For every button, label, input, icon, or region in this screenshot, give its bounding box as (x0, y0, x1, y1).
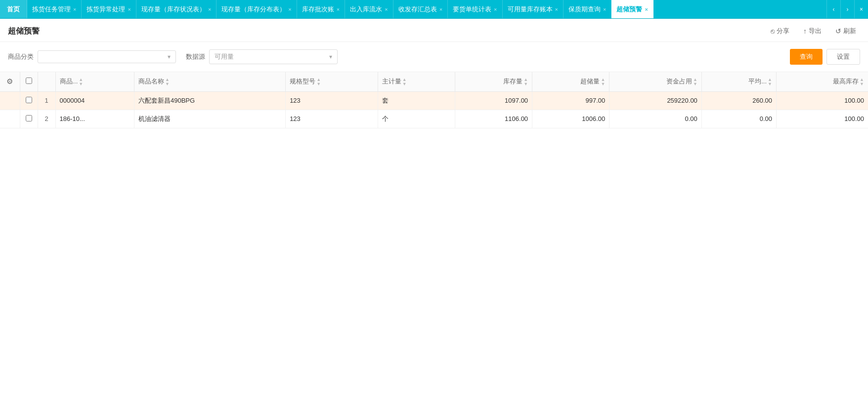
nav-tab[interactable]: 保质期查询× (564, 0, 611, 18)
row-max-stock: 100.00 (777, 91, 868, 110)
tab-close-btn[interactable]: × (128, 6, 130, 12)
col-unit[interactable]: 主计量▲▼ (378, 72, 455, 91)
row-index: 2 (38, 110, 55, 128)
tab-close-btn[interactable]: × (555, 6, 558, 12)
row-spec: 123 (286, 110, 378, 128)
row-product-code: 186-10... (55, 110, 134, 128)
tab-close-btn[interactable]: × (494, 6, 497, 12)
nav-tab[interactable]: 要货单统计表× (448, 0, 502, 18)
col-index (38, 72, 55, 91)
row-unit: 套 (378, 91, 455, 110)
col-product-name[interactable]: 商品名称▲▼ (134, 72, 285, 91)
datasource-dropdown-icon: ▾ (329, 53, 332, 60)
col-avg[interactable]: 平均...▲▼ (701, 72, 776, 91)
row-product-code: 0000004 (55, 91, 134, 110)
col-max-stock[interactable]: 最高库存▲▼ (777, 72, 868, 91)
row-max-stock: 100.00 (777, 110, 868, 128)
data-table: ⚙ 商品...▲▼ 商品名称▲▼ 规格型号▲▼ (0, 72, 868, 128)
share-button[interactable]: ⎋ 分享 (767, 25, 793, 38)
col-product-code[interactable]: 商品...▲▼ (55, 72, 134, 91)
table-header: ⚙ 商品...▲▼ 商品名称▲▼ 规格型号▲▼ (0, 72, 868, 91)
row-stock: 1106.00 (455, 110, 532, 128)
row-product-name: 六配套新昌490BPG (134, 91, 285, 110)
nav-close-arrow[interactable]: × (854, 0, 868, 18)
nav-tab[interactable]: 库存批次账× (297, 0, 345, 18)
col-stock[interactable]: 库存量▲▼ (455, 72, 532, 91)
nav-left-arrow[interactable]: ‹ (826, 0, 840, 18)
nav-right-arrow[interactable]: › (840, 0, 854, 18)
row-spec: 123 (286, 91, 378, 110)
row-avg: 0.00 (701, 110, 776, 128)
row-over-stock: 997.00 (532, 91, 609, 110)
table-row: 1 0000004 六配套新昌490BPG 123 套 1097.00 997.… (0, 91, 868, 110)
filter-area: 商品分类 ▾ 数据源 可用量 ▾ 查询 设置 (0, 42, 868, 72)
nav-tab[interactable]: 拣货异常处理× (82, 0, 136, 18)
tab-close-btn[interactable]: × (208, 6, 211, 12)
datasource-label: 数据源 (186, 52, 205, 61)
category-dropdown-icon: ▾ (168, 53, 171, 60)
nav-tab[interactable]: 超储预警× (611, 0, 653, 18)
gear-settings-icon[interactable]: ⚙ (6, 77, 13, 85)
category-label: 商品分类 (8, 52, 34, 61)
filter-buttons: 查询 设置 (790, 49, 860, 65)
row-capital: 0.00 (609, 110, 702, 128)
filter-category-group: 商品分类 ▾ (8, 50, 176, 63)
nav-tab[interactable]: 收发存汇总表× (393, 0, 448, 18)
nav-arrows: ‹ › × (826, 0, 868, 18)
row-check-cell (20, 91, 38, 110)
nav-tab[interactable]: 出入库流水× (345, 0, 393, 18)
tab-close-btn[interactable]: × (288, 6, 291, 12)
col-gear: ⚙ (0, 72, 20, 91)
page-title: 超储预警 (8, 26, 40, 37)
row-capital: 259220.00 (609, 91, 702, 110)
export-button[interactable]: ↑ 导出 (799, 25, 825, 38)
datasource-value: 可用量 (215, 52, 234, 61)
page-content: 超储预警 ⎋ 分享 ↑ 导出 ↺ 刷新 商品分类 ▾ 数据源 (0, 19, 868, 395)
table-body: 1 0000004 六配套新昌490BPG 123 套 1097.00 997.… (0, 91, 868, 128)
share-icon: ⎋ (771, 27, 775, 35)
nav-tab[interactable]: 拣货任务管理× (27, 0, 82, 18)
tab-close-btn[interactable]: × (385, 6, 388, 12)
tab-close-btn[interactable]: × (337, 6, 340, 12)
tab-close-btn[interactable]: × (73, 6, 76, 12)
refresh-icon: ↺ (835, 27, 841, 35)
row-gear-cell (0, 110, 20, 128)
col-spec[interactable]: 规格型号▲▼ (286, 72, 378, 91)
datasource-select[interactable]: 可用量 ▾ (209, 49, 338, 64)
select-all-checkbox[interactable] (26, 78, 32, 84)
category-select[interactable]: ▾ (38, 50, 176, 63)
col-check (20, 72, 38, 91)
header-actions: ⎋ 分享 ↑ 导出 ↺ 刷新 (767, 25, 860, 38)
row-stock: 1097.00 (455, 91, 532, 110)
refresh-button[interactable]: ↺ 刷新 (831, 25, 860, 38)
row-check-cell (20, 110, 38, 128)
row-gear-cell (0, 91, 20, 110)
row-unit: 个 (378, 110, 455, 128)
row-checkbox[interactable] (26, 97, 32, 103)
settings-button[interactable]: 设置 (826, 49, 860, 65)
nav-tab[interactable]: 可用量库存账本× (503, 0, 564, 18)
table-container: ⚙ 商品...▲▼ 商品名称▲▼ 规格型号▲▼ (0, 72, 868, 128)
filter-datasource-group: 数据源 可用量 ▾ (186, 49, 338, 64)
row-over-stock: 1006.00 (532, 110, 609, 128)
row-avg: 260.00 (701, 91, 776, 110)
nav-tab[interactable]: 现存量（库存分布表）× (217, 0, 297, 18)
row-checkbox[interactable] (26, 115, 32, 121)
col-over-stock[interactable]: 超储量▲▼ (532, 72, 609, 91)
export-icon: ↑ (803, 27, 807, 35)
tab-close-btn[interactable]: × (603, 6, 606, 12)
nav-tab[interactable]: 现存量（库存状况表）× (136, 0, 217, 18)
top-navigation: 首页 拣货任务管理×拣货异常处理×现存量（库存状况表）×现存量（库存分布表）×库… (0, 0, 868, 19)
row-product-name: 机油滤清器 (134, 110, 285, 128)
table-row: 2 186-10... 机油滤清器 123 个 1106.00 1006.00 … (0, 110, 868, 128)
row-index: 1 (38, 91, 55, 110)
nav-home[interactable]: 首页 (0, 0, 27, 18)
page-header: 超储预警 ⎋ 分享 ↑ 导出 ↺ 刷新 (0, 19, 868, 42)
col-capital[interactable]: 资金占用▲▼ (609, 72, 702, 91)
tab-close-btn[interactable]: × (439, 6, 442, 12)
tab-close-btn[interactable]: × (645, 6, 648, 12)
query-button[interactable]: 查询 (790, 49, 823, 65)
